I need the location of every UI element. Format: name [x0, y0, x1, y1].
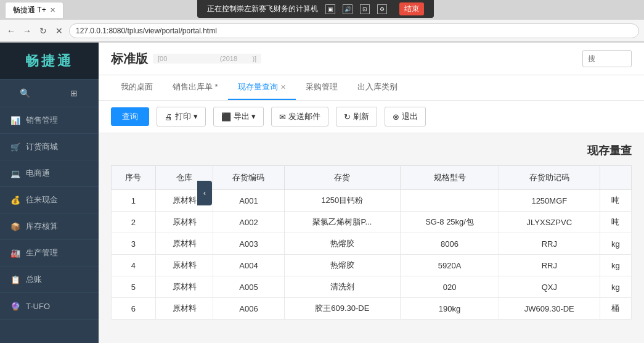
email-button[interactable]: ✉ 发送邮件 [271, 107, 328, 126]
table-row[interactable]: 3 原材料 A003 热熔胶 8006 RRJ kg [112, 233, 632, 255]
cell-warehouse[interactable]: 原材料 [155, 212, 213, 233]
col-spec: 规格型号 [401, 166, 499, 190]
table-header-row: 序号 仓库 存货编码 存货 规格型号 存货助记码 [112, 166, 632, 190]
main-header: 标准版 [00 (2018 )] [99, 43, 644, 75]
cell-goods[interactable]: 1250目钙粉 [284, 190, 400, 212]
main-content: 标准版 [00 (2018 )] 我的桌面 销售出库单 * 现存量查询 ✕ 采 [99, 43, 644, 343]
finance-icon: 💰 [10, 194, 21, 205]
browser-tab-close[interactable]: ✕ [50, 6, 55, 14]
cell-spec: 5920A [401, 255, 499, 276]
audio-icon: 🔊 [343, 4, 353, 14]
tab-purchase[interactable]: 采购管理 [296, 75, 348, 100]
tab-sales-out[interactable]: 销售出库单 * [163, 75, 228, 100]
exit-icon: ⊗ [393, 112, 399, 122]
cell-memo[interactable]: JLYXSZPVC [499, 212, 600, 233]
sidebar-item-ledger[interactable]: 📋 总账 [0, 267, 99, 293]
sidebar-item-label: 电商通 [26, 168, 50, 179]
refresh-icon: ↻ [344, 112, 351, 122]
cell-memo[interactable]: JW609.30-DE [499, 298, 600, 320]
cell-goods[interactable]: 热熔胶 [284, 233, 400, 255]
cell-memo[interactable]: QXJ [499, 276, 600, 298]
export-button[interactable]: ⬛ 导出 ▾ [213, 107, 264, 126]
cell-goods[interactable]: 胶王609.30-DE [284, 298, 400, 320]
email-icon: ✉ [279, 112, 286, 122]
col-unit [600, 166, 631, 190]
table-row[interactable]: 5 原材料 A005 清洗剂 020 QXJ kg [112, 276, 632, 298]
col-goods: 存货 [284, 166, 400, 190]
cell-code[interactable]: A002 [213, 212, 284, 233]
header-search-input[interactable] [582, 50, 632, 67]
section-title: 现存量查 [111, 143, 632, 158]
cell-seq: 2 [112, 212, 156, 233]
table-row[interactable]: 1 原材料 A001 1250目钙粉 1250MGF 吨 [112, 190, 632, 212]
forward-button[interactable]: → [21, 25, 33, 37]
delete-button[interactable]: ✕ [53, 25, 65, 37]
cell-code[interactable]: A003 [213, 233, 284, 255]
col-memo: 存货助记码 [499, 166, 600, 190]
export-icon: ⬛ [221, 112, 231, 122]
cell-goods[interactable]: 聚氯乙烯树脂P... [284, 212, 400, 233]
cell-goods[interactable]: 热熔胶 [284, 255, 400, 276]
sidebar-search-icon[interactable]: 🔍 [16, 85, 33, 102]
tab-inventory[interactable]: 现存量查询 ✕ [228, 75, 296, 100]
cell-code[interactable]: A006 [213, 298, 284, 320]
header-version: 标准版 [111, 51, 148, 67]
sidebar-home-icon[interactable]: ⊞ [65, 85, 83, 102]
sidebar-item-production[interactable]: 🏭 生产管理 [0, 240, 99, 267]
order-icon: 🛒 [10, 141, 21, 152]
browser-tab[interactable]: 畅捷通 T+ ✕ [5, 2, 63, 18]
url-text: 127.0.0.1:8080/tplus/view/portal/portal.… [76, 27, 217, 35]
sidebar: 畅捷通 🔍 ⊞ 📊 销售管理 🛒 订货商城 💻 电商通 💰 往来现金 [0, 43, 99, 343]
sidebar-item-label: 订货商城 [26, 141, 58, 152]
cell-code[interactable]: A005 [213, 276, 284, 298]
cell-warehouse[interactable]: 原材料 [155, 255, 213, 276]
cell-spec: 020 [401, 276, 499, 298]
ledger-icon: 📋 [10, 274, 21, 285]
remote-end-button[interactable]: 结束 [399, 2, 424, 15]
browser-tab-label: 畅捷通 T+ [13, 5, 46, 15]
print-button[interactable]: 🖨 打印 ▾ [157, 107, 206, 126]
reload-button[interactable]: ↻ [37, 25, 49, 37]
tab-desktop[interactable]: 我的桌面 [111, 75, 163, 100]
remote-banner: 正在控制崇左新赛飞财务的计算机 ▣ 🔊 ⊡ ⚙ 结束 [197, 0, 434, 18]
cell-code[interactable]: A001 [213, 190, 284, 212]
table-row[interactable]: 6 原材料 A006 胶王609.30-DE 190kg JW609.30-DE… [112, 298, 632, 320]
cell-memo[interactable]: 1250MGF [499, 190, 600, 212]
exit-button[interactable]: ⊗ 退出 [385, 107, 426, 126]
sidebar-item-tufo[interactable]: 🔮 T-UFO [0, 293, 99, 320]
sales-icon: 📊 [10, 115, 21, 126]
sidebar-item-finance[interactable]: 💰 往来现金 [0, 187, 99, 213]
cell-goods[interactable]: 清洗剂 [284, 276, 400, 298]
sidebar-item-stock[interactable]: 📦 库存核算 [0, 213, 99, 240]
inventory-table: 序号 仓库 存货编码 存货 规格型号 存货助记码 1 原材料 A001 1250… [111, 165, 632, 320]
cell-seq: 5 [112, 276, 156, 298]
tab-inventory-close[interactable]: ✕ [280, 83, 286, 91]
query-button[interactable]: 查询 [111, 107, 149, 126]
sidebar-item-ec[interactable]: 💻 电商通 [0, 160, 99, 187]
cell-code[interactable]: A004 [213, 255, 284, 276]
content-area: 现存量查 序号 仓库 存货编码 存货 规格型号 存货助记码 1 原材料 A0 [99, 133, 644, 343]
col-code: 存货编码 [213, 166, 284, 190]
sidebar-collapse-button[interactable]: ‹ [197, 181, 212, 205]
table-row[interactable]: 4 原材料 A004 热熔胶 5920A RRJ kg [112, 255, 632, 276]
ec-icon: 💻 [10, 168, 21, 179]
cell-memo[interactable]: RRJ [499, 233, 600, 255]
url-bar[interactable]: 127.0.0.1:8080/tplus/view/portal/portal.… [69, 23, 639, 38]
cell-unit: kg [600, 255, 631, 276]
tab-inout[interactable]: 出入库类别 [348, 75, 407, 100]
production-icon: 🏭 [10, 247, 21, 258]
cell-warehouse[interactable]: 原材料 [155, 233, 213, 255]
sidebar-item-label: 往来现金 [26, 194, 58, 205]
sidebar-logo: 畅捷通 [0, 43, 99, 80]
cell-memo[interactable]: RRJ [499, 255, 600, 276]
refresh-button[interactable]: ↻ 刷新 [336, 107, 377, 126]
sidebar-item-sales[interactable]: 📊 销售管理 [0, 107, 99, 134]
cell-seq: 6 [112, 298, 156, 320]
cell-seq: 1 [112, 190, 156, 212]
header-info: [00 (2018 )] [153, 54, 261, 64]
cell-warehouse[interactable]: 原材料 [155, 276, 213, 298]
table-row[interactable]: 2 原材料 A002 聚氯乙烯树脂P... SG-8 25kg/包 JLYXSZ… [112, 212, 632, 233]
back-button[interactable]: ← [5, 25, 17, 37]
sidebar-item-order[interactable]: 🛒 订货商城 [0, 134, 99, 160]
cell-warehouse[interactable]: 原材料 [155, 298, 213, 320]
